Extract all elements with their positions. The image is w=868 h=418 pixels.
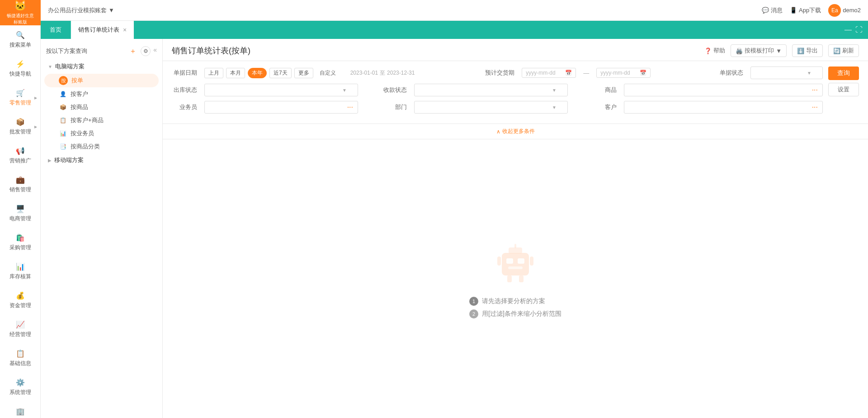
minimize-icon[interactable]: — bbox=[844, 26, 852, 34]
app-download-btn[interactable]: 📱 App下载 bbox=[790, 6, 821, 14]
status-dropdown-icon: ▼ bbox=[807, 71, 811, 76]
account-selector[interactable]: 办公用品行业模拟账套 ▼ bbox=[48, 6, 114, 14]
page-title: 销售订单统计表(按单) bbox=[172, 45, 250, 56]
sidebar-item-purchase[interactable]: 🛍️ 采购管理 bbox=[0, 228, 41, 257]
date-range: 2023-01-01 至 2023-12-31 bbox=[350, 69, 415, 77]
date-btn-this-year[interactable]: 本年 bbox=[248, 68, 267, 78]
refresh-btn[interactable]: 🔄 刷新 bbox=[828, 44, 859, 57]
sidebar-item-retail[interactable]: 🛒 零售管理 bbox=[0, 83, 41, 112]
inventory-icon: 📊 bbox=[16, 262, 25, 271]
tree-child-by-order-label: 按单 bbox=[71, 76, 83, 85]
goods-more-btn[interactable]: ··· bbox=[810, 86, 820, 94]
print-btn[interactable]: 🖨️ 按模板打印 ▼ bbox=[731, 44, 787, 57]
export-btn[interactable]: ⬇️ 导出 bbox=[792, 44, 823, 57]
sidebar-item-finance[interactable]: 💰 资金管理 bbox=[0, 286, 41, 315]
avatar: Ea bbox=[828, 4, 841, 17]
refresh-icon: 🔄 bbox=[833, 48, 840, 54]
query-btn[interactable]: 查询 bbox=[828, 66, 859, 80]
tabbar: 首页 销售订单统计表 × — ⛶ bbox=[41, 21, 868, 39]
sidebar-item-inventory-label: 库存核算 bbox=[9, 273, 31, 280]
mobile-expand-icon: ▶ bbox=[48, 158, 52, 163]
right-panel: 销售订单统计表(按单) ❓ 帮助 🖨️ 按模板打印 ▼ ⬇️ 导出 bbox=[163, 39, 868, 418]
sidebar-item-marketing[interactable]: 📢 营销推广 bbox=[0, 141, 41, 170]
help-label: 帮助 bbox=[713, 47, 725, 55]
header-actions: ❓ 帮助 🖨️ 按模板打印 ▼ ⬇️ 导出 🔄 刷新 bbox=[704, 44, 859, 57]
goods-icon: 📦 bbox=[59, 103, 67, 111]
customer-icon: 👤 bbox=[59, 90, 67, 98]
sidebar-item-system[interactable]: ⚙️ 系统管理 bbox=[0, 373, 41, 402]
message-btn[interactable]: 💬 消息 bbox=[762, 6, 783, 14]
date-btn-custom[interactable]: 自定义 bbox=[316, 68, 340, 78]
customer-more-btn[interactable]: ··· bbox=[810, 103, 820, 111]
tab-active[interactable]: 销售订单统计表 × bbox=[71, 21, 134, 39]
logo-icon: 🐱 bbox=[14, 0, 26, 12]
tip-text-1: 请先选择要分析的方案 bbox=[482, 297, 545, 305]
collapse-bar[interactable]: ∧ 收起更多条件 bbox=[163, 124, 868, 139]
sidebar-item-system-label: 系统管理 bbox=[9, 389, 31, 396]
sidebar-item-wholesale[interactable]: 📦 批发管理 bbox=[0, 112, 41, 141]
svg-rect-4 bbox=[497, 256, 501, 266]
maximize-icon[interactable]: ⛶ bbox=[855, 26, 863, 34]
tab-window-actions: — ⛶ bbox=[844, 26, 868, 34]
tree-parent-desktop[interactable]: ▼ 电脑端方案 bbox=[44, 60, 159, 73]
empty-tips: 1 请先选择要分析的方案 2 用[过滤]条件来缩小分析范围 bbox=[469, 297, 561, 318]
user-profile[interactable]: Ea demo2 bbox=[828, 4, 861, 17]
main-area: 办公用品行业模拟账套 ▼ 💬 消息 📱 App下载 Ea demo2 首页 销售… bbox=[41, 0, 868, 418]
salesperson-more-btn[interactable]: ··· bbox=[345, 103, 355, 111]
message-icon: 💬 bbox=[762, 7, 769, 14]
tree-parent-mobile[interactable]: ▶ 移动端方案 bbox=[44, 153, 159, 167]
basic-icon: 📋 bbox=[16, 349, 25, 358]
sidebar-item-operation-label: 经营管理 bbox=[9, 331, 31, 338]
pay-dropdown-icon: ▼ bbox=[552, 88, 557, 93]
tree-child-by-order[interactable]: 按 按单 bbox=[44, 74, 159, 87]
panel-collapse-btn[interactable]: « bbox=[153, 46, 157, 56]
sidebar-item-operation[interactable]: 📈 经营管理 bbox=[0, 315, 41, 344]
tree-child-by-customer-goods[interactable]: 📋 按客户+商品 bbox=[44, 114, 159, 127]
order-badge: 按 bbox=[59, 76, 68, 85]
sidebar-item-purchase-label: 采购管理 bbox=[9, 244, 31, 252]
date-btn-more[interactable]: 更多 bbox=[294, 68, 313, 78]
tab-home[interactable]: 首页 bbox=[41, 21, 71, 39]
tree-child-by-goods[interactable]: 📦 按商品 bbox=[44, 101, 159, 114]
system-icon: ⚙️ bbox=[16, 378, 25, 387]
expected-date-from[interactable]: yyyy-mm-dd 📅 bbox=[522, 68, 576, 78]
finance-icon: 💰 bbox=[16, 291, 25, 300]
panel-add-btn[interactable]: ＋ bbox=[128, 46, 138, 56]
tab-home-label: 首页 bbox=[50, 26, 61, 34]
print-label: 按模板打印 bbox=[745, 47, 774, 55]
status-select[interactable]: ▼ bbox=[750, 66, 823, 79]
message-label: 消息 bbox=[771, 6, 783, 14]
pay-status-select[interactable]: ▼ bbox=[414, 84, 568, 96]
app-logo[interactable]: 🐱 畅捷通好生意 标账版 bbox=[0, 0, 41, 25]
sidebar-item-retail-label: 零售管理 bbox=[9, 99, 31, 107]
tab-close-icon[interactable]: × bbox=[123, 26, 127, 33]
tree-child-by-salesperson[interactable]: 📊 按业务员 bbox=[44, 127, 159, 140]
expected-date-to[interactable]: yyyy-mm-dd 📅 bbox=[596, 68, 651, 78]
ship-status-select[interactable]: ▼ bbox=[204, 84, 358, 96]
svg-rect-3 bbox=[508, 266, 523, 269]
date-btn-last-month[interactable]: 上月 bbox=[204, 68, 223, 78]
ship-dropdown-icon: ▼ bbox=[342, 88, 347, 93]
sidebar-item-search[interactable]: 🔍 搜索菜单 bbox=[0, 25, 41, 54]
sidebar-item-inventory[interactable]: 📊 库存核算 bbox=[0, 257, 41, 286]
tip-num-2: 2 bbox=[469, 309, 478, 318]
page-header: 销售订单统计表(按单) ❓ 帮助 🖨️ 按模板打印 ▼ ⬇️ 导出 bbox=[163, 39, 868, 61]
help-btn[interactable]: ❓ 帮助 bbox=[704, 47, 725, 55]
sidebar-item-basic-label: 基础信息 bbox=[9, 360, 31, 367]
account-name: 办公用品行业模拟账套 bbox=[48, 6, 107, 14]
sidebar-item-ecommerce[interactable]: 🖥️ 电商管理 bbox=[0, 199, 41, 228]
panel-settings-btn[interactable]: ⚙ bbox=[141, 46, 151, 56]
tree-child-by-customer[interactable]: 👤 按客户 bbox=[44, 88, 159, 100]
sidebar-item-basic[interactable]: 📋 基础信息 bbox=[0, 344, 41, 373]
tree-child-by-category[interactable]: 📑 按商品分类 bbox=[44, 140, 159, 153]
settings-btn[interactable]: 设置 bbox=[828, 83, 859, 96]
search-icon: 🔍 bbox=[16, 31, 25, 39]
department-select[interactable]: ▼ bbox=[414, 101, 568, 114]
sidebar-item-nav[interactable]: ⚡ 快捷导航 bbox=[0, 54, 41, 83]
filter-row-status: 出库状态 ▼ 收款状态 ▼ 商品 bbox=[172, 84, 823, 96]
sidebar-item-enterprise[interactable]: 🏢 企业协同 bbox=[0, 402, 41, 418]
date-btn-this-month[interactable]: 本月 bbox=[226, 68, 245, 78]
sidebar-item-sales[interactable]: 💼 销售管理 bbox=[0, 170, 41, 199]
date-btn-7days[interactable]: 近7天 bbox=[269, 68, 292, 78]
enterprise-icon: 🏢 bbox=[16, 407, 25, 416]
